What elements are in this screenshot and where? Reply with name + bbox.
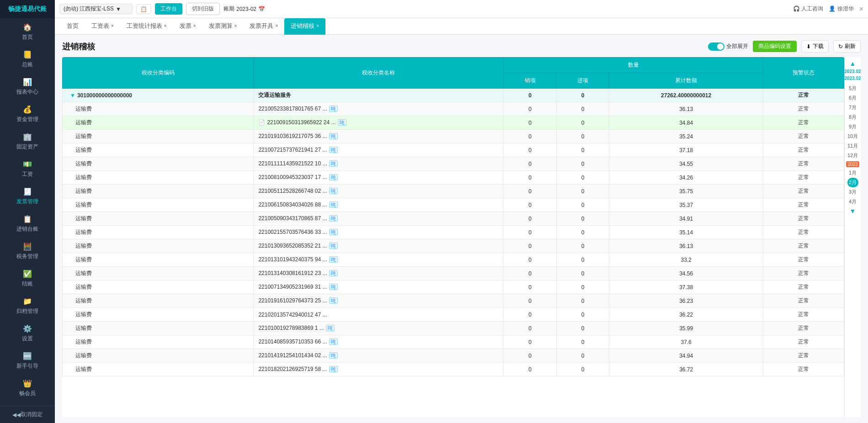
- sidebar-item-vip[interactable]: 👑 畅会员: [0, 375, 55, 402]
- timeline-month-7[interactable]: 7月: [845, 103, 861, 112]
- tab-invoice-verify-close[interactable]: ×: [316, 23, 319, 28]
- cell-total: 35.99: [609, 322, 763, 335]
- refresh-button[interactable]: ↻ 刷新: [833, 40, 861, 53]
- timeline-month-9[interactable]: 9月: [845, 122, 861, 132]
- goods-code-button[interactable]: 商品编码设置: [753, 41, 797, 52]
- sidebar-item-archive[interactable]: 📁 归档管理: [0, 292, 55, 320]
- close-button[interactable]: ×: [859, 5, 863, 13]
- support-button[interactable]: 🎧 人工咨询: [793, 5, 823, 13]
- sidebar-item-sales-ledger[interactable]: 📋 进销台账: [0, 210, 55, 238]
- cell-purchase: 0: [556, 130, 609, 143]
- tab-salary-stats-close[interactable]: ×: [164, 23, 167, 28]
- sidebar-item-salary[interactable]: 💵 工资: [0, 155, 55, 183]
- cell-sale: 0: [504, 322, 556, 335]
- table-row[interactable]: 运输费 221002155703576436 33 ...吨 0 0 35.14…: [63, 226, 844, 239]
- toggle-switch[interactable]: [708, 42, 724, 51]
- cell-purchase: 0: [556, 267, 609, 280]
- table-row[interactable]: 运输费 221019103619217075 36 ...吨 0 0 35.24…: [63, 130, 844, 143]
- tab-invoice-open[interactable]: 发票开具 ×: [243, 18, 284, 35]
- cell-code: 运输费: [63, 335, 254, 349]
- table-row[interactable]: 运输费 221014085935710353 66 ...吨 0 0 37.6 …: [63, 335, 844, 349]
- switch-version-button[interactable]: 切到旧版: [186, 3, 220, 15]
- expand-all-label: 全部展开: [726, 42, 748, 50]
- table-row[interactable]: 运输费 221013140308161912 23 ...吨 0 0 34.56…: [63, 267, 844, 280]
- timeline-month-3[interactable]: 3月: [845, 187, 861, 197]
- sidebar-item-label: 归档管理: [16, 307, 38, 315]
- table-row[interactable]: 运输费 221010019278983869 1 ...吨 0 0 35.99 …: [63, 322, 844, 335]
- sidebar-item-report[interactable]: 📊 报表中心: [0, 73, 55, 100]
- sales-ledger-icon: 📋: [23, 215, 32, 223]
- timeline-month-2-active[interactable]: 2月: [847, 178, 858, 187]
- tab-invoice-verify[interactable]: 进销稽核 ×: [284, 18, 325, 35]
- timeline-up-nav[interactable]: ▲: [849, 59, 857, 68]
- cell-status: 正常: [763, 116, 844, 130]
- table-row[interactable]: 运输费 221007134905231969 31 ...吨 0 0 37.38…: [63, 280, 844, 294]
- table-row[interactable]: 运输费 221018202126925719 58 ...吨 0 0 36.72…: [63, 363, 844, 376]
- unpin-button[interactable]: ◀◀ 取消固定: [0, 406, 55, 423]
- timeline-month-6[interactable]: 6月: [845, 93, 861, 103]
- tab-invoice-check[interactable]: 发票测算 ×: [202, 18, 244, 35]
- sidebar-item-invoice-mgmt[interactable]: 🧾 发票管理: [0, 183, 55, 210]
- table-row[interactable]: 运输费 221020135742940012 47 ... 0 0 36.22 …: [63, 308, 844, 322]
- table-row[interactable]: 运输费 221013093652085352 21 ...吨 0 0 36.13…: [63, 239, 844, 253]
- tab-invoice[interactable]: 发票 ×: [173, 18, 202, 35]
- sidebar-item-home[interactable]: 🏠 首页: [0, 18, 55, 46]
- cell-purchase: 0: [556, 143, 609, 157]
- tab-invoice-open-close[interactable]: ×: [275, 23, 278, 28]
- sidebar-item-assets[interactable]: 🏢 固定资产: [0, 128, 55, 155]
- copy-button[interactable]: 📋: [136, 4, 151, 14]
- cell-name: 📄221009150313965922 24 ...吨: [254, 116, 504, 130]
- timeline-month-12[interactable]: 12月: [845, 151, 861, 160]
- tab-salary-close[interactable]: ×: [111, 23, 114, 28]
- sidebar-item-settings[interactable]: ⚙️ 设置: [0, 320, 55, 347]
- calendar-icon[interactable]: 📅: [258, 6, 265, 12]
- timeline-month-1[interactable]: 1月: [845, 168, 861, 178]
- sidebar-item-settle[interactable]: ✅ 结账: [0, 265, 55, 292]
- cell-total: 37.38: [609, 280, 763, 294]
- table-row[interactable]: 运输费 221019161029764373 25 ...吨 0 0 36.23…: [63, 294, 844, 308]
- cell-code: 运输费: [63, 198, 254, 212]
- sidebar-item-label: 固定资产: [16, 143, 38, 151]
- workbench-button[interactable]: 工作台: [155, 3, 182, 15]
- download-button[interactable]: ⬇ 下载: [801, 40, 829, 53]
- cell-code: 运输费: [63, 171, 254, 185]
- table-row[interactable]: 运输费 221005233817801765 67 ...吨 0 0 36.13…: [63, 102, 844, 116]
- tab-home[interactable]: 首页: [60, 18, 85, 35]
- cell-total: 34.91: [609, 212, 763, 226]
- timeline-month-5[interactable]: 5月: [845, 84, 861, 93]
- company-selector[interactable]: (勿动) 江西报宝-LSS ▼: [59, 4, 133, 14]
- table-row[interactable]: 运输费 221007215737621941 27 ...吨 0 0 37.18…: [63, 143, 844, 157]
- tab-salary-stats[interactable]: 工资统计报表 ×: [120, 18, 173, 35]
- timeline-month-11[interactable]: 11月: [845, 141, 861, 151]
- table-row[interactable]: 运输费 221014191254101434 02 ...吨 0 0 34.94…: [63, 349, 844, 363]
- sidebar-item-capital[interactable]: 💰 资金管理: [0, 100, 55, 128]
- cell-sale: 0: [504, 89, 556, 102]
- tab-salary[interactable]: 工资表 ×: [85, 18, 120, 35]
- topbar-right: 🎧 人工咨询 👤 徐澄华 ×: [793, 5, 863, 13]
- cell-status: 正常: [763, 363, 844, 376]
- timeline-month-4[interactable]: 4月: [845, 197, 861, 206]
- sidebar-item-tax[interactable]: 🧮 税务管理: [0, 238, 55, 265]
- timeline-month-8[interactable]: 8月: [845, 112, 861, 122]
- cell-code: 运输费: [63, 363, 254, 376]
- salary-icon: 💵: [23, 160, 32, 169]
- cell-status: 正常: [763, 267, 844, 280]
- timeline-down-nav[interactable]: ▼: [849, 206, 857, 216]
- expand-all-toggle[interactable]: 全部展开: [708, 42, 748, 51]
- table-row[interactable]: ▼301000000000000000 交通运输服务 0 0 27262.400…: [63, 89, 844, 102]
- table-row[interactable]: 运输费 221005112528266748 02 ...吨 0 0 35.75…: [63, 185, 844, 198]
- headset-icon: 🎧: [793, 5, 800, 12]
- cell-code: 运输费: [63, 322, 254, 335]
- tab-invoice-close[interactable]: ×: [193, 23, 196, 28]
- table-row[interactable]: 运输费 221006150834034026 88 ...吨 0 0 35.37…: [63, 198, 844, 212]
- sidebar-item-ledger[interactable]: 📒 总账: [0, 46, 55, 73]
- tab-invoice-check-close[interactable]: ×: [234, 23, 237, 28]
- table-row[interactable]: 运输费 221008100945323037 17 ...吨 0 0 34.26…: [63, 171, 844, 185]
- table-row[interactable]: 运输费 221005090343170865 87 ...吨 0 0 34.91…: [63, 212, 844, 226]
- table-row[interactable]: 运输费 221013101943240375 94 ...吨 0 0 33.2 …: [63, 253, 844, 267]
- timeline-month-10[interactable]: 10月: [845, 132, 861, 141]
- user-menu[interactable]: 👤 徐澄华: [829, 5, 853, 13]
- table-row[interactable]: 运输费 221011111435921522 10 ...吨 0 0 34.55…: [63, 157, 844, 171]
- table-row[interactable]: 运输费 📄221009150313965922 24 ...吨 0 0 34.8…: [63, 116, 844, 130]
- sidebar-item-guide[interactable]: 🆕 新手引导: [0, 347, 55, 375]
